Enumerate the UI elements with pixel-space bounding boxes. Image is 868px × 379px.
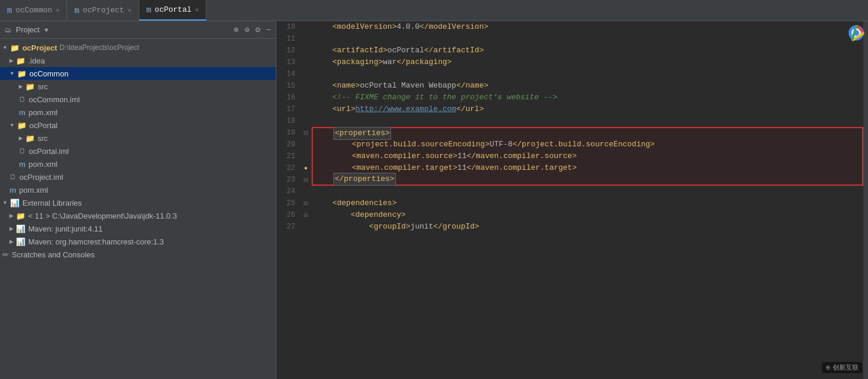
gutter-11 (300, 33, 312, 45)
pom-occommon-label: pom.xml (29, 108, 58, 117)
gutter-23[interactable]: ⊟ (300, 174, 312, 186)
tree-item-pom-ocportal[interactable]: m pom.xml (0, 157, 276, 170)
ln-20: 20 (281, 139, 295, 150)
sidebar-header: 🗂 Project ▼ ⊕ ⊜ ⚙ − (0, 21, 276, 39)
watermark-text: ⊕ 创新互联 (826, 364, 859, 371)
code-line-15: <name>ocPortal Maven Webapp</name> (312, 80, 863, 92)
tree-item-external-libs[interactable]: ▼ 📊 External Libraries (0, 196, 276, 209)
code-line-18 (312, 115, 863, 127)
ln-18: 18 (281, 115, 295, 127)
folder-icon-src2: 📁 (25, 134, 35, 143)
code-line-27: <groupId>junit</groupId> (312, 221, 863, 233)
tree-item-jdk[interactable]: ▶ 📁 < 11 > C:\JavaDevelopment\Java\jdk-1… (0, 209, 276, 222)
arrow-ocproject: ▼ (2, 45, 8, 51)
xml-icon-pom-root: m (9, 186, 16, 194)
junit-label: Maven: junit:junit:4.11 (28, 224, 102, 233)
hierarchy-icon[interactable]: ⊜ (245, 25, 249, 35)
junit-icon: 📊 (16, 224, 25, 233)
ln-25: 25 (281, 197, 295, 209)
tree-item-occommon-iml[interactable]: 🗋 ocCommon.iml (0, 93, 276, 106)
ln-11: 11 (281, 33, 295, 45)
gutter: ⊟ ● ⊟ ⊟ ⊟ (300, 21, 312, 379)
folder-icon-ocproject: 📁 (10, 43, 19, 52)
gutter-27 (300, 221, 312, 233)
project-sidebar: 🗂 Project ▼ ⊕ ⊜ ⚙ − ▼ 📁 ocProject D:\Ide… (0, 21, 276, 379)
tab-ocProject[interactable]: m ocProject ✕ (67, 0, 139, 21)
tab-ocCommon[interactable]: m ocCommon ✕ (0, 0, 67, 21)
tree-item-pom-root[interactable]: m pom.xml (0, 183, 276, 196)
code-line-21: <maven.compiler.source>11</maven.compile… (312, 150, 863, 162)
gear-icon[interactable]: ⚙ (255, 25, 260, 35)
code-content[interactable]: <modelVersion>4.0.0</modelVersion> <arti… (312, 21, 863, 379)
code-line-11 (312, 33, 863, 45)
gutter-25[interactable]: ⊟ (300, 197, 312, 209)
tree-item-hamcrest[interactable]: ▶ 📊 Maven: org.hamcrest:hamcrest-core:1.… (0, 235, 276, 248)
ocportal-iml-label: ocPortal.iml (29, 147, 69, 156)
tab-icon-ocCommon: m (7, 6, 12, 15)
code-line-22: <maven.compiler.target>11</maven.compile… (312, 162, 863, 174)
tree-item-src-ocportal[interactable]: ▶ 📁 src (0, 132, 276, 145)
tree-item-src-occommon[interactable]: ▶ 📁 src (0, 80, 276, 93)
sidebar-toolbar: ⊕ ⊜ ⚙ − (233, 25, 271, 35)
gutter-14 (300, 68, 312, 80)
arrow-idea: ▶ (9, 58, 14, 63)
tree-item-idea[interactable]: ▶ 📁 .idea (0, 54, 276, 67)
ocproject-iml-label: ocProject.iml (19, 173, 63, 182)
jdk-icon: 📁 (16, 212, 25, 220)
hamcrest-icon: 📊 (16, 237, 25, 246)
ln-27: 27 (281, 221, 295, 233)
bracket-10b: > (392, 21, 397, 33)
folder-icon: 🗂 (5, 26, 11, 33)
gutter-20 (300, 139, 312, 150)
code-line-20: <project.build.sourceEncoding>UTF-8</pro… (312, 139, 863, 150)
main-layout: 🗂 Project ▼ ⊕ ⊜ ⚙ − ▼ 📁 ocProject D:\Ide… (0, 21, 868, 379)
tree-item-scratches[interactable]: ✏ Scratches and Consoles (0, 248, 276, 261)
tab-close-ocProject[interactable]: ✕ (128, 6, 132, 14)
code-line-14 (312, 68, 863, 80)
gutter-26[interactable]: ⊟ (300, 209, 312, 221)
code-line-12: <artifactId>ocPortal</artifactId> (312, 45, 863, 56)
tree-item-occommon[interactable]: ▼ 📁 ocCommon (0, 67, 276, 80)
tab-icon-ocPortal: m (146, 5, 151, 15)
scrollbar-vertical[interactable] (863, 21, 868, 379)
tree-item-ocproject-iml[interactable]: 🗋 ocProject.iml (0, 170, 276, 183)
tag-properties-open: <properties> (333, 127, 391, 140)
code-line-19: <properties> (312, 127, 863, 139)
ln-14: 14 (281, 68, 295, 80)
arrow-extlibs: ▼ (2, 200, 8, 206)
tab-ocPortal[interactable]: m ocPortal ✕ (139, 0, 206, 21)
dropdown-arrow-icon[interactable]: ▼ (43, 26, 49, 33)
arrow-src-ocportal: ▶ (19, 135, 23, 141)
arrow-junit: ▶ (9, 226, 14, 232)
gutter-15 (300, 80, 312, 92)
bracket-10a: < (314, 21, 337, 33)
tree-item-pom-occommon[interactable]: m pom.xml (0, 106, 276, 119)
ln-12: 12 (281, 45, 295, 56)
folder-icon-src: 📁 (25, 82, 35, 91)
text-10: 4.0.0 (396, 21, 419, 33)
tab-close-ocPortal[interactable]: ✕ (195, 6, 199, 14)
ln-22: 22 (281, 162, 295, 174)
minimize-icon[interactable]: − (266, 25, 271, 35)
folder-icon-occommon: 📁 (17, 69, 26, 78)
ln-17: 17 (281, 103, 295, 115)
code-line-17: <url>http://www.example.com</url> (312, 103, 863, 115)
tab-close-ocCommon[interactable]: ✕ (56, 6, 60, 14)
gutter-17 (300, 103, 312, 115)
code-line-13: <packaging>war</packaging> (312, 56, 863, 68)
tree-item-ocportal[interactable]: ▼ 📁 ocPortal (0, 119, 276, 132)
tree-item-ocproject-root[interactable]: ▼ 📁 ocProject D:\IdeaProjects\ocProject (0, 41, 276, 54)
arrow-ocportal: ▼ (9, 122, 15, 128)
ln-24: 24 (281, 186, 295, 197)
pom-root-label: pom.xml (19, 186, 48, 194)
folder-icon-idea: 📁 (16, 56, 25, 65)
gutter-18 (300, 115, 312, 127)
iml-icon-ocportal: 🗋 (19, 147, 26, 155)
editor-area: 10 11 12 13 14 15 16 17 18 19 20 21 22 2… (276, 21, 868, 379)
tree-item-ocportal-iml[interactable]: 🗋 ocPortal.iml (0, 145, 276, 157)
globe-icon[interactable]: ⊕ (233, 25, 238, 35)
gutter-12 (300, 45, 312, 56)
gutter-19[interactable]: ⊟ (300, 127, 312, 139)
ln-23: 23 (281, 174, 295, 186)
tree-item-junit[interactable]: ▶ 📊 Maven: junit:junit:4.11 (0, 222, 276, 235)
